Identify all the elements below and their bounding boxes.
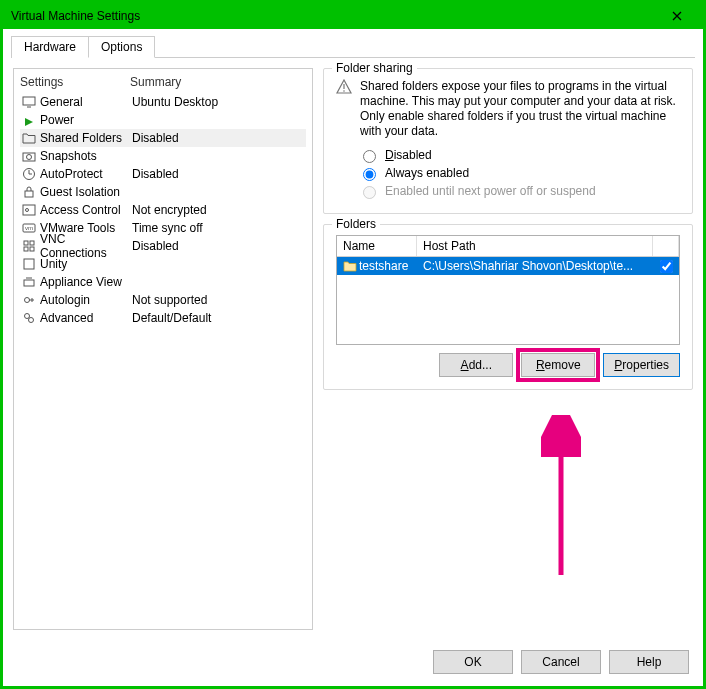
settings-row-label: Shared Folders — [40, 131, 132, 145]
settings-row-autoprotect[interactable]: AutoProtectDisabled — [20, 165, 306, 183]
settings-row-summary: Disabled — [132, 239, 306, 253]
col-header-settings: Settings — [20, 75, 130, 89]
row-checkbox[interactable] — [660, 260, 673, 273]
table-row[interactable]: testshare C:\Users\Shahriar Shovon\Deskt… — [337, 257, 679, 275]
svg-rect-10 — [24, 241, 28, 245]
svg-text:vm: vm — [25, 225, 33, 231]
folder-icon — [343, 259, 357, 273]
radio-disabled-rest: isabled — [394, 148, 432, 162]
warning-icon — [336, 79, 352, 139]
settings-row-label: Advanced — [40, 311, 132, 325]
radio-until-label: Enabled until next power off or suspend — [385, 184, 596, 198]
cancel-button[interactable]: Cancel — [521, 650, 601, 674]
settings-row-general[interactable]: GeneralUbuntu Desktop — [20, 93, 306, 111]
key-icon — [22, 203, 36, 217]
remove-button[interactable]: Remove — [521, 353, 595, 377]
settings-row-label: Unity — [40, 257, 132, 271]
settings-row-vnc-connections[interactable]: VNC ConnectionsDisabled — [20, 237, 306, 255]
svg-point-7 — [26, 209, 29, 212]
folder-sharing-group: Folder sharing Shared folders expose you… — [323, 68, 693, 214]
tab-options[interactable]: Options — [88, 36, 155, 58]
svg-point-3 — [27, 155, 32, 160]
folders-title: Folders — [332, 217, 380, 231]
row-name-cell: testshare — [337, 259, 417, 274]
settings-row-label: AutoProtect — [40, 167, 132, 181]
login-icon — [22, 293, 36, 307]
folder-sharing-title: Folder sharing — [332, 61, 417, 75]
svg-rect-13 — [30, 247, 34, 251]
add-button[interactable]: Add... — [439, 353, 513, 377]
settings-row-summary: Default/Default — [132, 311, 306, 325]
row-path: C:\Users\Shahriar Shovon\Desktop\te... — [417, 259, 653, 273]
settings-row-summary: Not encrypted — [132, 203, 306, 217]
settings-row-label: VNC Connections — [40, 232, 132, 260]
col-host-path[interactable]: Host Path — [417, 236, 653, 256]
settings-row-summary: Not supported — [132, 293, 306, 307]
settings-row-autologin[interactable]: AutologinNot supported — [20, 291, 306, 309]
settings-row-label: Guest Isolation — [40, 185, 132, 199]
settings-row-summary: Disabled — [132, 167, 306, 181]
settings-row-appliance-view[interactable]: Appliance View — [20, 273, 306, 291]
svg-point-17 — [25, 298, 30, 303]
window-title: Virtual Machine Settings — [11, 9, 659, 23]
settings-row-advanced[interactable]: AdvancedDefault/Default — [20, 309, 306, 327]
row-checkbox-cell[interactable] — [653, 257, 679, 276]
svg-point-18 — [25, 314, 30, 319]
settings-row-guest-isolation[interactable]: Guest Isolation — [20, 183, 306, 201]
close-icon — [672, 11, 682, 21]
list-headers: Settings Summary — [20, 73, 306, 93]
svg-rect-0 — [23, 97, 35, 105]
settings-row-summary: Ubuntu Desktop — [132, 95, 306, 109]
settings-row-label: General — [40, 95, 132, 109]
dialog-footer: OK Cancel Help — [3, 640, 703, 686]
radio-disabled[interactable]: Disabled — [358, 147, 680, 163]
svg-point-21 — [343, 90, 345, 92]
radio-until-poweroff: Enabled until next power off or suspend — [358, 183, 680, 199]
settings-list: Settings Summary GeneralUbuntu DesktopPo… — [13, 68, 313, 630]
svg-rect-15 — [24, 280, 34, 286]
settings-row-snapshots[interactable]: Snapshots — [20, 147, 306, 165]
ok-button[interactable]: OK — [433, 650, 513, 674]
appliance-icon — [22, 275, 36, 289]
vm-settings-window: Virtual Machine Settings Hardware Option… — [0, 0, 706, 689]
power-icon — [22, 113, 36, 127]
monitor-icon — [22, 95, 36, 109]
right-panel: Folder sharing Shared folders expose you… — [323, 68, 693, 630]
settings-row-label: Snapshots — [40, 149, 132, 163]
col-name[interactable]: Name — [337, 236, 417, 256]
folders-buttons: Add... Remove Properties — [336, 353, 680, 377]
tab-content: Settings Summary GeneralUbuntu DesktopPo… — [3, 58, 703, 640]
radio-disabled-input[interactable] — [363, 150, 376, 163]
settings-row-power[interactable]: Power — [20, 111, 306, 129]
grid-icon — [22, 239, 36, 253]
radio-always-input[interactable] — [363, 168, 376, 181]
close-button[interactable] — [659, 3, 695, 29]
col-enabled[interactable] — [653, 236, 679, 256]
tab-row: Hardware Options — [11, 35, 695, 58]
settings-row-summary: Time sync off — [132, 221, 306, 235]
settings-row-summary: Disabled — [132, 131, 306, 145]
unity-icon — [22, 257, 36, 271]
svg-rect-11 — [30, 241, 34, 245]
settings-row-label: Appliance View — [40, 275, 132, 289]
properties-button[interactable]: Properties — [603, 353, 680, 377]
vm-icon: vm — [22, 221, 36, 235]
tab-hardware[interactable]: Hardware — [11, 36, 89, 58]
settings-row-shared-folders[interactable]: Shared FoldersDisabled — [20, 129, 306, 147]
warning-text: Shared folders expose your files to prog… — [360, 79, 680, 139]
settings-row-label: Power — [40, 113, 132, 127]
radio-always-enabled[interactable]: Always enabled — [358, 165, 680, 181]
settings-row-access-control[interactable]: Access ControlNot encrypted — [20, 201, 306, 219]
svg-rect-14 — [24, 259, 34, 269]
radio-always-label: Always enabled — [385, 166, 469, 180]
lock-icon — [22, 185, 36, 199]
settings-row-label: Access Control — [40, 203, 132, 217]
settings-row-unity[interactable]: Unity — [20, 255, 306, 273]
svg-rect-12 — [24, 247, 28, 251]
svg-point-19 — [29, 318, 34, 323]
folders-group: Folders Name Host Path testshare C:\U — [323, 224, 693, 390]
gears-icon — [22, 311, 36, 325]
col-header-summary: Summary — [130, 75, 306, 89]
folders-table-head: Name Host Path — [337, 236, 679, 257]
help-button[interactable]: Help — [609, 650, 689, 674]
